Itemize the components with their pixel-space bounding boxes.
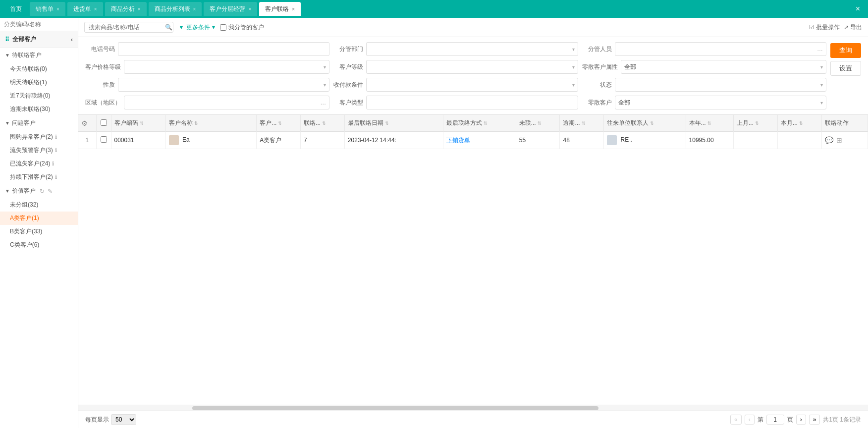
nav-tab-sales[interactable]: 销售单 × xyxy=(30,2,65,16)
close-icon[interactable]: × xyxy=(193,6,196,12)
sidebar-item-class-c[interactable]: C类客户(6) xyxy=(0,238,78,252)
more-dots-icon[interactable]: … xyxy=(817,46,823,53)
sidebar-item-tomorrow-pending[interactable]: 明天待联络(1) xyxy=(0,76,78,89)
query-button[interactable]: 查询 xyxy=(830,43,861,58)
sort-icon[interactable]: ⇅ xyxy=(799,121,803,126)
not-contacted-cell: 55 xyxy=(516,132,560,149)
my-customer-checkbox[interactable] xyxy=(220,24,226,31)
nav-tab-product-list[interactable]: 商品分析列表 × xyxy=(149,2,202,16)
sort-icon[interactable]: ⇅ xyxy=(650,121,654,126)
next-page-button[interactable]: › xyxy=(796,415,806,425)
sidebar-group-value[interactable]: ▼ 价值客户 ↻ ✎ xyxy=(0,184,78,198)
current-page-input[interactable] xyxy=(766,415,784,425)
close-icon[interactable]: × xyxy=(248,6,251,12)
sort-icon[interactable]: ⇅ xyxy=(278,121,282,126)
nature-select[interactable]: ▾ xyxy=(118,78,329,92)
batch-operations-button[interactable]: ☑ 批量操作 xyxy=(809,23,840,32)
sidebar-item-abnormal-purchase[interactable]: 囤购异常客户(2) ℹ xyxy=(0,130,78,144)
close-icon[interactable]: × xyxy=(94,6,97,12)
close-icon[interactable]: × xyxy=(138,6,141,12)
sidebar-item-7days-pending[interactable]: 近7天待联络(0) xyxy=(0,89,78,103)
close-icon[interactable]: × xyxy=(56,6,59,12)
chevron-down-icon: ▾ xyxy=(820,100,823,106)
setting-button[interactable]: 设置 xyxy=(830,61,861,76)
scroll-thumb[interactable] xyxy=(192,406,598,410)
col-action: 联络动作 xyxy=(821,115,868,132)
customer-level-select[interactable]: ▾ xyxy=(366,60,578,74)
export-button[interactable]: ↗ 导出 xyxy=(844,23,862,32)
select-all-checkbox[interactable] xyxy=(101,119,107,126)
chevron-down-icon: ▾ xyxy=(820,82,823,88)
phone-input[interactable] xyxy=(118,42,329,56)
nav-tab-customer-segment[interactable]: 客户分层经营 × xyxy=(204,2,257,16)
sidebar-item-churn-warning[interactable]: 流失预警客户(3) ℹ xyxy=(0,144,78,157)
sidebar-search-input[interactable] xyxy=(4,21,78,28)
search-icon[interactable]: 🔍 xyxy=(165,24,172,31)
sidebar-item-declining[interactable]: 持续下滑客户(2) ℹ xyxy=(0,170,78,184)
action-buttons: 查询 设置 xyxy=(830,42,861,76)
qr-icon[interactable]: ⊞ xyxy=(836,136,842,144)
edit-icon[interactable]: ✎ xyxy=(48,188,53,195)
more-dots-icon[interactable]: … xyxy=(320,99,326,106)
customer-type-select[interactable] xyxy=(366,96,578,109)
comment-icon[interactable]: 💬 xyxy=(825,136,833,144)
retail-customer-select[interactable]: 全部 ▾ xyxy=(615,96,826,109)
person-select[interactable]: … xyxy=(615,42,826,56)
sort-icon[interactable]: ⇅ xyxy=(538,121,542,126)
sidebar-item-ungrouped[interactable]: 未分组(32) xyxy=(0,198,78,212)
col-last-method: 最后联络方式 ⇅ xyxy=(443,115,516,132)
nav-home[interactable]: 首页 xyxy=(4,2,28,16)
this-month-cell xyxy=(777,132,821,149)
status-select[interactable]: ▾ xyxy=(615,78,826,92)
region-select[interactable]: … xyxy=(124,96,329,109)
col-not-contacted-label: 未联... xyxy=(519,119,536,127)
chevron-down-icon: ▼ xyxy=(5,120,10,126)
page-size-select[interactable]: 50 100 200 xyxy=(111,414,136,425)
sort-icon[interactable]: ⇅ xyxy=(755,121,759,126)
price-level-select[interactable]: ▾ xyxy=(124,60,329,74)
nav-tab-purchase[interactable]: 进货单 × xyxy=(67,2,103,16)
sort-icon[interactable]: ⇅ xyxy=(322,121,326,126)
gear-icon[interactable]: ⚙ xyxy=(81,119,88,127)
payment-select[interactable]: ▾ xyxy=(366,78,578,92)
sidebar-item-overdue-contact[interactable]: 逾期未联络(30) xyxy=(0,103,78,116)
last-method-link[interactable]: 下销货单 xyxy=(446,137,470,144)
col-last-date: 最后联络日期 ⇅ xyxy=(344,115,443,132)
sidebar-item-class-b[interactable]: B类客户(33) xyxy=(0,225,78,238)
retail-attr-select[interactable]: 全部 ▾ xyxy=(621,60,826,74)
sidebar-item-class-a[interactable]: A类客户(1) xyxy=(0,212,78,225)
sort-icon[interactable]: ⇅ xyxy=(140,121,144,126)
sidebar-item-churned[interactable]: 已流失客户(24) ℹ xyxy=(0,157,78,170)
col-this-month-label: 本月... xyxy=(781,119,798,127)
filter-field-retail-customer: 零散客户 全部 ▾ xyxy=(582,96,826,109)
sort-icon[interactable]: ⇅ xyxy=(707,121,711,126)
sort-icon[interactable]: ⇅ xyxy=(385,121,389,126)
sidebar-group-problem[interactable]: ▼ 问题客户 xyxy=(0,116,78,130)
filter-bar: 🔍 ▼ 更多条件 ▾ 我分管的客户 ☑ 批量操作 ↗ 导出 xyxy=(78,18,868,37)
nav-tab-product-analysis[interactable]: 商品分析 × xyxy=(105,2,147,16)
main-layout: 🔍 ⠿ 全部客户 ‹ ▼ 待联络客户 今天待联络(0) 明天待联络(1) 近7天… xyxy=(0,18,868,428)
filter-panel: 电话号码 分管部门 ▾ 分管人员 xyxy=(78,37,868,115)
close-all-tabs-button[interactable]: × xyxy=(852,4,864,13)
sidebar-collapse-icon[interactable]: ‹ xyxy=(71,36,73,43)
main-search-input[interactable] xyxy=(89,24,163,31)
more-conditions-button[interactable]: ▼ 更多条件 ▾ xyxy=(178,23,215,32)
last-page-button[interactable]: » xyxy=(809,415,820,425)
sidebar-all-customers[interactable]: ⠿ 全部客户 ‹ xyxy=(0,31,78,48)
nav-tab-customer-contact[interactable]: 客户联络 × xyxy=(259,2,301,16)
prev-page-button[interactable]: ‹ xyxy=(745,415,755,425)
horizontal-scrollbar[interactable] xyxy=(78,405,868,411)
sort-icon[interactable]: ⇅ xyxy=(582,121,586,126)
row-checkbox[interactable] xyxy=(101,136,107,143)
col-company-contact: 往来单位联系人 ⇅ xyxy=(604,115,686,132)
sort-icon[interactable]: ⇅ xyxy=(484,121,488,126)
first-page-button[interactable]: « xyxy=(730,415,742,425)
dept-select[interactable]: ▾ xyxy=(366,42,578,56)
col-this-year-label: 本年... xyxy=(689,119,706,127)
sidebar-item-today-pending[interactable]: 今天待联络(0) xyxy=(0,62,78,76)
sort-icon[interactable]: ⇅ xyxy=(194,121,198,126)
refresh-icon[interactable]: ↻ xyxy=(40,188,45,195)
sidebar-group-pending[interactable]: ▼ 待联络客户 xyxy=(0,48,78,62)
close-icon[interactable]: × xyxy=(292,6,295,12)
col-this-month: 本月... ⇅ xyxy=(777,115,821,132)
